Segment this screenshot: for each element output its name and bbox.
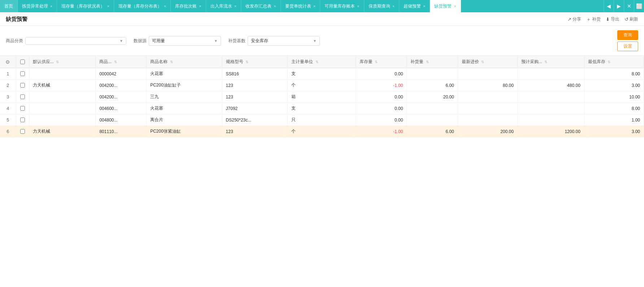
row-product-name: 离合片 [147,114,222,126]
tab-abnormal[interactable]: 拣货异常处理 × [18,0,57,12]
row-supplier [29,103,96,114]
header-actions: ↗ 分享 ＋ 补货 ⬇ 导出 ↺ 刷新 [567,16,638,23]
row-supplier: 力天机械 [29,126,96,137]
row-latest-price [458,68,517,80]
tab-available-ledger[interactable]: 可用量库存账本 × [320,0,364,12]
table-container: ⚙ 默认供应... ⇅ 商品... ⇅ 商品名称 ⇅ [0,56,644,137]
replenish-base-select[interactable]: 安全库存 ▼ [248,36,320,46]
sort-icon-min-stock: ⇅ [608,60,610,64]
tab-overstock[interactable]: 超储预警 × [399,0,430,12]
row-latest-price: 80.00 [458,80,517,91]
tab-bar: 首页 拣货异常处理 × 现存量（库存状况表） × 现存量（库存分布表） × 库存… [0,0,644,12]
sort-icon-est-purchase: ⇅ [544,60,547,64]
tab-close-available-ledger[interactable]: × [357,4,359,8]
filter-actions: 查询 设置 [617,30,638,51]
tab-close-collect[interactable]: × [274,4,276,8]
tab-close-abnormal[interactable]: × [50,4,52,8]
row-unit: 箱 [288,91,356,103]
tab-maximize-button[interactable]: ⬜ [634,0,644,12]
tab-close-all-button[interactable]: ✕ [624,0,634,12]
category-select[interactable]: ▼ [25,37,126,45]
tab-stock-status[interactable]: 现存量（库存状况表） × [57,0,114,12]
datasource-value: 可用量 [152,38,165,44]
row-checkbox[interactable] [20,83,25,88]
row-index: 1 [0,68,16,80]
row-latest-price [458,114,517,126]
row-stock: 0.00 [356,91,407,103]
row-est-purchase [517,91,584,103]
row-product-code: 0000042 [96,68,147,80]
row-product-name: PC200张紧油缸 [147,126,222,137]
row-stock: -1.00 [356,80,407,91]
datasource-chevron-icon: ▼ [214,39,218,43]
row-spec: 123 [222,126,288,137]
tab-close-shortage[interactable]: × [454,4,456,8]
row-min-stock: 3.00 [584,80,644,91]
row-product-code: 004600... [96,103,147,114]
tab-nav-buttons: ◀ ▶ ✕ ⬜ [604,0,644,12]
row-checkbox[interactable] [20,94,25,99]
row-latest-price: 200.00 [458,126,517,137]
share-button[interactable]: ↗ 分享 [567,16,581,22]
filter-replenish-base-group: 补货基数 安全库存 ▼ [228,36,320,46]
tab-expiry[interactable]: 保质期查询 × [364,0,399,12]
row-supplier [29,91,96,103]
tab-collect[interactable]: 收发存汇总表 × [241,0,280,12]
row-checkbox[interactable] [20,129,25,134]
page-title: 缺货预警 [6,16,27,23]
tab-close-demand-stat[interactable]: × [313,4,316,8]
export-icon: ⬇ [606,17,610,22]
tab-close-stock-status[interactable]: × [107,4,109,8]
sort-icon-replenish-qty: ⇅ [426,60,429,64]
row-checkbox[interactable] [20,71,25,76]
export-button[interactable]: ⬇ 导出 [606,16,619,22]
tab-next-button[interactable]: ▶ [614,0,624,12]
main-content: 缺货预警 ↗ 分享 ＋ 补货 ⬇ 导出 ↺ 刷新 商品分类 [0,12,644,287]
col-header-min-stock: 最低库存 ⇅ [584,56,644,68]
row-spec: J7092 [222,103,288,114]
row-est-purchase [517,103,584,114]
row-latest-price [458,103,517,114]
query-button[interactable]: 查询 [617,30,638,40]
refresh-button[interactable]: ↺ 刷新 [625,16,638,22]
row-min-stock: 8.00 [584,68,644,80]
row-checkbox-cell [16,68,29,80]
settings-button[interactable]: 设置 [617,41,638,51]
datasource-select[interactable]: 可用量 ▼ [149,36,221,46]
gear-icon[interactable]: ⚙ [5,59,10,65]
row-checkbox[interactable] [20,118,25,122]
tab-prev-button[interactable]: ◀ [604,0,614,12]
tab-batch[interactable]: 库存批次账 × [171,0,206,12]
replenish-button[interactable]: ＋ 补货 [586,16,601,23]
tab-close-expiry[interactable]: × [392,4,395,8]
row-checkbox-cell [16,103,29,114]
col-header-gear: ⚙ [0,56,16,68]
tab-close-batch[interactable]: × [199,4,201,8]
row-replenish-qty: 20.00 [407,91,458,103]
row-unit: 只 [288,114,356,126]
tab-demand-stat[interactable]: 要货单统计表 × [281,0,320,12]
sort-icon-code: ⇅ [114,60,117,64]
tab-home[interactable]: 首页 [0,0,18,12]
tab-close-overstock[interactable]: × [423,4,425,8]
row-stock: -1.00 [356,126,407,137]
row-product-code: 801110... [96,126,147,137]
row-checkbox-cell [16,91,29,103]
row-product-code: 004200... [96,80,147,91]
sort-icon-stock: ⇅ [375,60,378,64]
tab-stock-dist[interactable]: 现存量（库存分布表） × [114,0,171,12]
row-supplier: 力天机械 [29,80,96,91]
col-header-default-supplier: 默认供应... ⇅ [29,56,96,68]
tab-inout-flow[interactable]: 出入库流水 × [206,0,241,12]
row-checkbox-cell [16,114,29,126]
col-header-est-purchase: 预计采购... ⇅ [517,56,584,68]
datasource-label: 数据源 [134,38,147,44]
row-index: 3 [0,91,16,103]
tab-close-inout-flow[interactable]: × [234,4,236,8]
tab-close-stock-dist[interactable]: × [164,4,166,8]
table-row: 3 004200... 三九 123 箱 0.00 20.00 10.00 [0,91,644,103]
tab-shortage[interactable]: 缺货预警 × [430,0,461,12]
replenish-icon: ＋ [586,16,591,23]
select-all-checkbox[interactable] [20,59,25,64]
row-checkbox[interactable] [20,106,25,111]
